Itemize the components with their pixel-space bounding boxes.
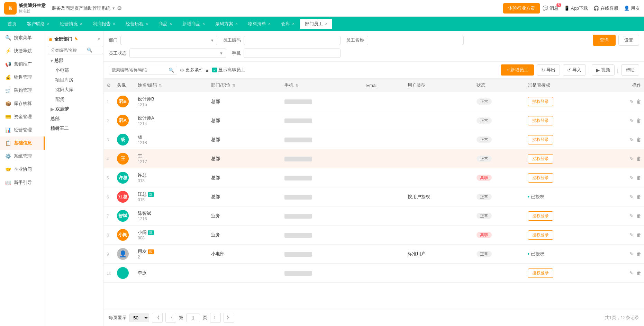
- edit-icon[interactable]: ✎: [629, 175, 634, 180]
- auth-button[interactable]: 授权登录: [528, 97, 553, 106]
- close-tab-icon[interactable]: ×: [170, 21, 172, 26]
- close-tab-icon[interactable]: ×: [146, 21, 148, 26]
- delete-icon[interactable]: 🗑: [636, 118, 641, 123]
- close-tab-icon[interactable]: ×: [47, 21, 49, 26]
- dept-node-shenyangdaku[interactable]: 沈阳大库: [47, 85, 103, 95]
- close-tab-icon[interactable]: ×: [292, 21, 294, 26]
- row-checkbox[interactable]: 8: [104, 226, 114, 245]
- row-checkbox[interactable]: 3: [104, 130, 114, 149]
- nav-tab-仓库[interactable]: 仓库 ×: [276, 19, 299, 29]
- delete-icon[interactable]: 🗑: [636, 137, 641, 142]
- sidebar-item-采购管理[interactable]: 🛒采购管理: [0, 84, 45, 97]
- nav-tab-部门员工[interactable]: 部门员工 ×: [300, 19, 332, 29]
- user-menu[interactable]: 👤 用友: [624, 5, 640, 11]
- row-checkbox[interactable]: 10: [104, 264, 114, 283]
- nav-tab-客户联络[interactable]: 客户联络 ×: [22, 19, 54, 29]
- row-checkbox[interactable]: 5: [104, 168, 114, 187]
- view-button[interactable]: ▶ 视频: [592, 64, 615, 76]
- sidebar-item-搜索菜单[interactable]: 🔍搜索菜单: [0, 31, 45, 44]
- row-checkbox[interactable]: 9: [104, 245, 114, 264]
- first-page-button[interactable]: 《: [152, 313, 163, 323]
- sidebar-item-新手引导[interactable]: 📖新手引导: [0, 176, 45, 189]
- sidebar-item-企业协同[interactable]: 🤝企业协同: [0, 163, 45, 176]
- edit-icon[interactable]: ✎: [629, 251, 634, 257]
- sidebar-item-资金管理[interactable]: 💳资金管理: [0, 110, 45, 123]
- filter-dept-select[interactable]: ▾: [120, 36, 217, 45]
- edit-icon[interactable]: ✎: [629, 232, 634, 238]
- dept-node-xiaodibu[interactable]: 小电部: [47, 65, 103, 75]
- set-button[interactable]: 设置: [618, 35, 639, 46]
- row-checkbox[interactable]: 7: [104, 206, 114, 226]
- auth-button[interactable]: 授权登录: [528, 116, 553, 125]
- close-tab-icon[interactable]: ×: [325, 21, 327, 26]
- auth-button[interactable]: 授权登录: [528, 154, 553, 164]
- delete-icon[interactable]: 🗑: [636, 251, 641, 257]
- search-input[interactable]: [112, 68, 167, 72]
- app-download-button[interactable]: 📱 App下载: [564, 5, 588, 11]
- th-dept-position[interactable]: 部门/职位 ⇅: [208, 79, 282, 92]
- edit-dept-icon[interactable]: ✎: [74, 37, 78, 42]
- phone-input[interactable]: [244, 49, 341, 58]
- close-tab-icon[interactable]: ×: [202, 21, 205, 26]
- filter-emp-status-select[interactable]: ▾: [129, 49, 226, 58]
- sidebar-item-营销推广[interactable]: 📢营销推广: [0, 58, 45, 71]
- more-filter-button[interactable]: ⚙ 更多条件 ▲: [180, 67, 209, 73]
- per-page-select[interactable]: 50 100: [129, 314, 149, 322]
- nav-tab-利润报告[interactable]: 利润报告 ×: [88, 19, 120, 29]
- sidebar-item-销售管理[interactable]: 💰销售管理: [0, 71, 45, 84]
- delete-icon[interactable]: 🗑: [636, 175, 641, 180]
- dropdown-arrow-icon[interactable]: ▾: [112, 6, 115, 11]
- settings-icon[interactable]: ⚙: [117, 5, 122, 11]
- row-checkbox[interactable]: 6: [104, 187, 114, 206]
- th-gear[interactable]: ⚙: [104, 79, 114, 92]
- delete-icon[interactable]: 🗑: [636, 213, 641, 219]
- edit-icon[interactable]: ✎: [629, 99, 634, 104]
- auth-button[interactable]: 授权登录: [528, 173, 553, 183]
- dept-search-input[interactable]: [51, 48, 85, 53]
- th-phone[interactable]: 手机 ⇅: [282, 79, 363, 92]
- th-name-code[interactable]: 姓名/编码 ⇅: [135, 79, 208, 92]
- prev-page-button[interactable]: 〈: [165, 313, 176, 323]
- nav-tab-经营历程[interactable]: 经营历程 ×: [121, 19, 153, 29]
- dept-group-header-zhishu[interactable]: 植树王二: [47, 124, 103, 133]
- online-service-button[interactable]: 🎧 在线客服: [593, 5, 618, 11]
- delete-icon[interactable]: 🗑: [636, 156, 641, 161]
- nav-tab-经营情况[interactable]: 经营情况 ×: [55, 19, 87, 29]
- nav-tab-商品[interactable]: 商品 ×: [154, 19, 177, 29]
- emp-code-input[interactable]: [244, 36, 341, 45]
- sidebar-item-快捷导航[interactable]: ⚡快捷导航: [0, 44, 45, 58]
- nav-tab-条码方案[interactable]: 条码方案 ×: [210, 19, 243, 29]
- sidebar-item-经营管理[interactable]: 📊经营管理: [0, 123, 45, 136]
- close-tab-icon[interactable]: ×: [235, 21, 238, 26]
- nav-tab-首页[interactable]: 首页: [3, 19, 21, 29]
- edit-icon[interactable]: ✎: [629, 270, 634, 276]
- dept-tree-header[interactable]: ⊞ 全部部门 ✎ «: [45, 34, 103, 44]
- nav-tab-物料清单[interactable]: 物料清单 ×: [243, 19, 275, 29]
- sidebar-item-基础信息[interactable]: 📋基础信息: [0, 136, 45, 150]
- auth-button[interactable]: 授权登录: [528, 135, 553, 144]
- add-employee-button[interactable]: + 新增员工: [501, 64, 534, 76]
- dept-group-header-general[interactable]: ▾ 总部: [47, 56, 103, 65]
- row-checkbox[interactable]: 2: [104, 111, 114, 130]
- help-button[interactable]: 帮助: [621, 64, 639, 76]
- delete-icon[interactable]: 🗑: [636, 232, 641, 238]
- emp-name-input[interactable]: [367, 36, 464, 45]
- help-icon[interactable]: |: [617, 68, 618, 73]
- last-page-button[interactable]: 》: [224, 313, 234, 323]
- export-button[interactable]: ↻ 导出: [537, 64, 560, 76]
- search-icon[interactable]: 🔍: [169, 68, 174, 73]
- edit-icon[interactable]: ✎: [629, 118, 634, 123]
- page-number-input[interactable]: [186, 314, 200, 322]
- edit-icon[interactable]: ✎: [629, 213, 634, 219]
- edit-icon[interactable]: ✎: [629, 137, 634, 142]
- dept-search[interactable]: 🔍: [48, 46, 103, 54]
- collapse-icon[interactable]: «: [98, 37, 100, 42]
- auth-button[interactable]: 授权登录: [528, 268, 553, 278]
- delete-icon[interactable]: 🗑: [636, 270, 641, 276]
- close-tab-icon[interactable]: ×: [268, 21, 271, 26]
- close-tab-icon[interactable]: ×: [113, 21, 115, 26]
- row-checkbox[interactable]: 1: [104, 92, 114, 111]
- dept-group-header-shuangmeng[interactable]: ▶ 双鹿梦: [47, 104, 103, 114]
- row-checkbox[interactable]: 4: [104, 149, 114, 168]
- sidebar-item-系统管理[interactable]: ⚙️系统管理: [0, 150, 45, 163]
